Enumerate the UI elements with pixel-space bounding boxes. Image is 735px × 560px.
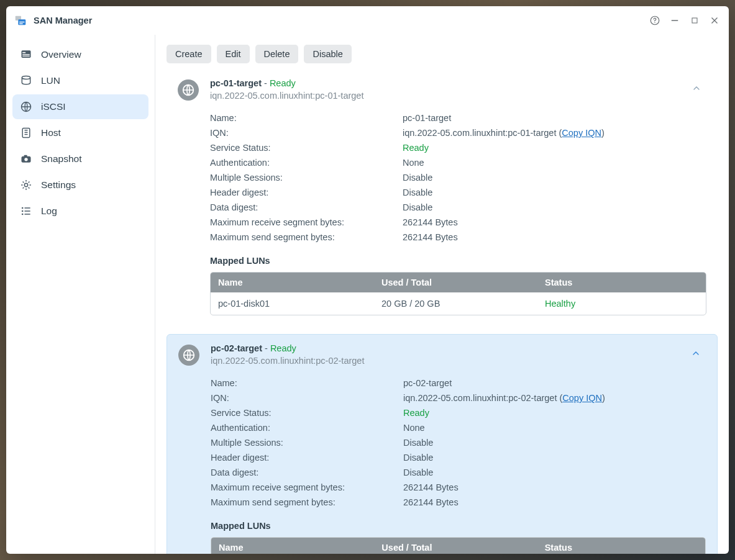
close-button[interactable]	[705, 11, 724, 30]
label-maxrecv: Maximum receive segment bytes:	[211, 482, 403, 492]
gear-icon	[20, 179, 32, 191]
target-globe-icon	[178, 345, 199, 366]
app-title: SAN Manager	[34, 16, 92, 25]
lun-icon	[20, 75, 32, 87]
lun-used-total: 20 GB / 20 GB	[374, 292, 537, 315]
sidebar-item-label: Log	[41, 205, 57, 217]
label-service-status: Service Status:	[211, 408, 403, 418]
sidebar-item-label: Settings	[41, 179, 76, 191]
label-iqn: IQN:	[210, 128, 403, 138]
dash: -	[265, 343, 270, 353]
globe-icon	[20, 101, 32, 113]
sidebar-item-host[interactable]: Host	[12, 120, 148, 145]
sidebar-item-label: Host	[41, 127, 61, 138]
value-maxsend: 262144 Bytes	[403, 497, 459, 507]
main-content: Create Edit Delete Disable pc-01-target …	[155, 35, 729, 554]
minimize-button[interactable]	[665, 11, 684, 30]
target-name: pc-01-target	[210, 78, 262, 88]
th-used-total: Used / Total	[374, 538, 537, 554]
svg-rect-21	[19, 23, 23, 24]
label-maxsend: Maximum send segment bytes:	[211, 497, 403, 507]
value-headerdigest: Disable	[403, 453, 433, 463]
target-header[interactable]: pc-02-target - Ready iqn.2022-05.com.lin…	[178, 343, 706, 366]
value-datadigest: Disable	[403, 467, 433, 477]
target-status: Ready	[270, 78, 296, 88]
toolbar: Create Edit Delete Disable	[167, 45, 718, 63]
table-row[interactable]: pc-01-disk01 20 GB / 20 GB Healthy	[211, 292, 706, 315]
chevron-up-icon[interactable]	[692, 83, 701, 93]
label-headerdigest: Header digest:	[210, 187, 403, 197]
th-name: Name	[211, 273, 374, 292]
chevron-up-icon[interactable]	[691, 348, 701, 358]
value-maxsend: 262144 Bytes	[403, 232, 458, 242]
sidebar-item-snapshot[interactable]: Snapshot	[12, 147, 148, 171]
value-iqn: iqn.2022-05.com.linuxhint:pc-01-target (…	[403, 128, 605, 138]
sidebar-item-log[interactable]: Log	[12, 199, 148, 224]
mapped-luns-table: Name Used / Total Status pc-01-disk01 20…	[210, 272, 706, 315]
value-auth: None	[403, 423, 425, 433]
target-name: pc-02-target	[211, 343, 262, 353]
sidebar-item-lun[interactable]: LUN	[12, 68, 148, 93]
value-datadigest: Disable	[403, 202, 432, 212]
th-status: Status	[537, 273, 706, 292]
label-datadigest: Data digest:	[210, 202, 403, 212]
mapped-luns-title: Mapped LUNs	[210, 256, 706, 266]
value-multisess: Disable	[403, 173, 432, 183]
label-maxsend: Maximum send segment bytes:	[210, 232, 403, 242]
label-datadigest: Data digest:	[211, 467, 403, 477]
label-multisess: Multiple Sessions:	[210, 173, 403, 183]
label-auth: Authentication:	[210, 158, 403, 168]
dash: -	[264, 78, 270, 88]
value-service-status: Ready	[403, 143, 429, 153]
edit-button[interactable]: Edit	[217, 45, 250, 63]
log-icon	[20, 205, 32, 217]
value-maxrecv: 262144 Bytes	[403, 482, 459, 492]
value-auth: None	[403, 158, 424, 168]
overview-icon	[20, 48, 32, 61]
sidebar-item-iscsi[interactable]: iSCSI	[12, 94, 148, 119]
host-icon	[20, 127, 32, 139]
copy-iqn-link[interactable]: Copy IQN	[562, 128, 601, 138]
svg-rect-20	[19, 21, 24, 22]
lun-name: pc-01-disk01	[211, 292, 374, 315]
maximize-button[interactable]	[685, 11, 704, 30]
sidebar-item-label: LUN	[41, 75, 60, 86]
copy-iqn-link[interactable]: Copy IQN	[562, 393, 602, 403]
sidebar: Overview LUN iSCSI Host Snapshot Setting…	[6, 35, 155, 554]
lun-status: Healthy	[537, 292, 706, 315]
target-panel: pc-01-target - Ready iqn.2022-05.com.lin…	[167, 70, 718, 328]
label-name: Name:	[210, 113, 403, 123]
mapped-luns-table: Name Used / Total Status pc-02-disk01 20…	[211, 537, 706, 554]
th-name: Name	[211, 538, 374, 554]
sidebar-item-label: iSCSI	[41, 101, 66, 112]
target-iqn-sub: iqn.2022-05.com.linuxhint:pc-02-target	[211, 356, 364, 366]
value-headerdigest: Disable	[403, 187, 432, 197]
label-name: Name:	[211, 378, 403, 388]
app-window: SAN Manager Overview LUN iSCSI Host	[6, 6, 729, 554]
label-service-status: Service Status:	[210, 143, 403, 153]
sidebar-item-label: Overview	[41, 49, 81, 60]
label-multisess: Multiple Sessions:	[211, 438, 403, 448]
label-maxrecv: Maximum receive segment bytes:	[210, 217, 403, 227]
th-used-total: Used / Total	[374, 273, 537, 292]
label-iqn: IQN:	[211, 393, 403, 403]
titlebar: SAN Manager	[6, 6, 729, 35]
create-button[interactable]: Create	[167, 45, 211, 63]
label-auth: Authentication:	[211, 423, 403, 433]
help-button[interactable]	[646, 11, 664, 30]
sidebar-item-settings[interactable]: Settings	[12, 173, 148, 197]
app-icon	[14, 14, 27, 27]
target-panel: pc-02-target - Ready iqn.2022-05.com.lin…	[167, 334, 718, 554]
target-details: Name:pc-02-target IQN:iqn.2022-05.com.li…	[211, 376, 706, 510]
target-globe-icon	[178, 79, 199, 101]
sidebar-item-label: Snapshot	[41, 153, 82, 165]
target-status: Ready	[270, 343, 296, 353]
target-header[interactable]: pc-01-target - Ready iqn.2022-05.com.lin…	[178, 78, 706, 101]
target-details: Name:pc-01-target IQN:iqn.2022-05.com.li…	[210, 111, 706, 245]
delete-button[interactable]: Delete	[255, 45, 299, 63]
camera-icon	[20, 153, 32, 165]
sidebar-item-overview[interactable]: Overview	[12, 42, 148, 67]
label-headerdigest: Header digest:	[211, 453, 403, 463]
target-iqn-sub: iqn.2022-05.com.linuxhint:pc-01-target	[210, 91, 363, 101]
disable-button[interactable]: Disable	[304, 45, 351, 63]
